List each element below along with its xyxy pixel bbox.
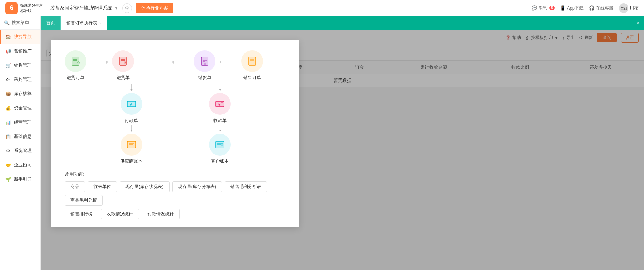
btn-stock-status[interactable]: 现存量(库存状况表): [120, 181, 170, 192]
flow-row-2-container: ▼ ¥: [65, 84, 285, 164]
btn-stock-dist[interactable]: 现存量(库存分布表): [172, 181, 222, 192]
experience-button[interactable]: 体验行业方案: [136, 3, 173, 13]
flow-node-receipt[interactable]: ¥ 收款单: [209, 93, 231, 124]
main-layout: 🔍 搜索菜单 🏠 快捷导航 📢 营销推广 🛒 销售管理 🛍 采购管理 📦: [0, 16, 644, 270]
sidebar: 🔍 搜索菜单 🏠 快捷导航 📢 营销推广 🛒 销售管理 🛍 采购管理 📦: [0, 16, 41, 270]
newbie-icon: 🌱: [5, 176, 11, 182]
sales-icon: 🛒: [5, 62, 11, 68]
common-buttons-row-1: 商品 往来单位 现存量(库存状况表) 现存量(库存分布表) 销售毛利分析表 商品…: [65, 181, 285, 206]
operations-icon: 📊: [5, 119, 11, 125]
receipt-label: 收款单: [213, 118, 227, 124]
customer-label: 客户账本: [211, 158, 229, 164]
receipt-col: ▼ ¥: [209, 84, 231, 164]
btn-partner[interactable]: 往来单位: [88, 181, 117, 192]
sidebar-item-sales[interactable]: 🛒 销售管理: [0, 58, 40, 72]
message-icon: 💬: [532, 5, 537, 11]
message-button[interactable]: 💬 消息 5: [532, 5, 555, 11]
tab-bar: 首页 销售订单执行表 × ×: [41, 16, 644, 30]
purchase-bill-icon: ✓: [112, 50, 134, 72]
purchase-order-icon: [65, 50, 86, 72]
payment-icon: ¥: [121, 93, 142, 115]
btn-payment-stats[interactable]: 付款情况统计: [142, 209, 180, 219]
logo-area: 6 畅康通好生意 标准版: [5, 2, 46, 14]
common-functions-title: 常用功能: [65, 171, 285, 177]
flow-node-payment[interactable]: ¥ 付款单: [121, 93, 142, 124]
inventory-icon: 📦: [5, 91, 11, 97]
flow-section: 进货订单: [65, 50, 285, 164]
user-area[interactable]: Ea 用友: [619, 3, 639, 13]
tab-close-icon[interactable]: ×: [99, 21, 101, 25]
message-badge: 5: [549, 6, 555, 10]
arrow-3: [215, 62, 241, 70]
arrow-2: [168, 62, 194, 70]
sidebar-item-system[interactable]: ⚙ 系统管理: [0, 144, 40, 158]
modal-overlay[interactable]: 进货订单: [41, 30, 644, 270]
finance-icon: 💰: [5, 105, 11, 111]
system-icon: ⚙: [5, 148, 11, 154]
svg-text:✓: ✓: [124, 62, 126, 64]
sidebar-item-inventory[interactable]: 📦 库存核算: [0, 87, 40, 101]
logo-icon: 6: [5, 2, 18, 14]
btn-product[interactable]: 商品: [65, 181, 85, 192]
logo-text: 畅康通好生意 标准版: [20, 3, 43, 13]
sales-order-label: 销售订单: [243, 75, 261, 81]
purchase-bill-label: 进货单: [117, 75, 130, 81]
sidebar-item-quick-nav[interactable]: 🏠 快捷导航: [0, 30, 40, 44]
page-content: ❓ 帮助 🖨 按模板打印 ▼ ↑ 导出 ↺: [41, 30, 644, 270]
sidebar-item-purchase[interactable]: 🛍 采购管理: [0, 72, 40, 87]
svg-text:¥: ¥: [129, 102, 132, 106]
svg-rect-18: [249, 57, 256, 65]
payment-label: 付款单: [125, 118, 138, 124]
supplier-label: 供应商账本: [120, 158, 142, 164]
svg-rect-0: [72, 57, 79, 65]
flow-node-purchase-bill[interactable]: ✓ 进货单: [112, 50, 134, 81]
download-icon: 📱: [560, 5, 565, 11]
top-bar: 6 畅康通好生意 标准版 装备及固定资产辅助管理系统 ▼ ⚙ 体验行业方案 💬 …: [0, 0, 644, 16]
flow-row-1: 进货订单: [65, 50, 285, 81]
system-title: 装备及固定资产辅助管理系统 ▼: [50, 5, 118, 11]
sidebar-item-finance[interactable]: 💰 资金管理: [0, 101, 40, 115]
arrow-1: [86, 62, 112, 70]
btn-product-margin[interactable]: 商品毛利分析: [65, 195, 103, 206]
search-menu[interactable]: 🔍 搜索菜单: [0, 16, 40, 30]
customer-icon: [209, 134, 231, 156]
sidebar-item-operations[interactable]: 📊 经营管理: [0, 115, 40, 129]
flow-node-sales-order[interactable]: 销售订单: [241, 50, 263, 81]
tab-sales-order-execution[interactable]: 销售订单执行表 ×: [61, 16, 107, 30]
sidebar-item-basic-info[interactable]: 📋 基础信息: [0, 129, 40, 144]
supplier-icon: [121, 134, 142, 156]
service-icon: 🎧: [589, 5, 594, 11]
app-download-button[interactable]: 📱 App下载: [560, 5, 584, 11]
settings-button[interactable]: ⚙: [122, 3, 132, 13]
btn-sales-ranking[interactable]: 销售排行榜: [65, 209, 98, 219]
app-container: 6 畅康通好生意 标准版 装备及固定资产辅助管理系统 ▼ ⚙ 体验行业方案 💬 …: [0, 0, 644, 270]
sidebar-item-newbie[interactable]: 🌱 新手引导: [0, 172, 40, 186]
flow-node-customer[interactable]: 客户账本: [209, 134, 231, 164]
top-right-area: 💬 消息 5 📱 App下载 🎧 在线客服 Ea 用友: [532, 3, 639, 13]
sidebar-item-marketing[interactable]: 📢 营销推广: [0, 44, 40, 58]
flow-node-purchase-order[interactable]: 进货订单: [65, 50, 86, 81]
payment-col: ▼ ¥: [120, 84, 142, 164]
svg-text:¥: ¥: [218, 102, 221, 106]
common-functions-section: 常用功能 商品 往来单位 现存量(库存状况表) 现存量(库存分布表) 销售毛利分…: [65, 171, 285, 219]
flow-node-sales-bill[interactable]: 销货单: [194, 50, 215, 81]
btn-sales-margin[interactable]: 销售毛利分析表: [225, 181, 267, 192]
sidebar-item-enterprise[interactable]: 🤝 企业协同: [0, 158, 40, 172]
tab-home[interactable]: 首页: [41, 16, 61, 30]
sales-bill-icon: [194, 50, 215, 72]
btn-receipt-stats[interactable]: 收款情况统计: [101, 209, 139, 219]
sales-order-icon: [241, 50, 263, 72]
online-service-button[interactable]: 🎧 在线客服: [589, 5, 613, 11]
sales-bill-label: 销货单: [198, 75, 211, 81]
tab-bar-end: ×: [636, 20, 644, 27]
common-buttons-row-2: 销售排行榜 收款情况统计 付款情况统计: [65, 209, 285, 219]
avatar: Ea: [619, 3, 628, 13]
close-all-button[interactable]: ×: [636, 20, 640, 26]
flow-node-supplier[interactable]: 供应商账本: [120, 134, 142, 164]
modal-box: 进货订单: [51, 40, 299, 227]
modal-scroll: 进货订单: [51, 40, 299, 227]
svg-point-40: [221, 144, 223, 146]
marketing-icon: 📢: [5, 48, 11, 54]
system-dropdown-icon[interactable]: ▼: [114, 6, 118, 11]
quick-nav-icon: 🏠: [5, 34, 11, 40]
